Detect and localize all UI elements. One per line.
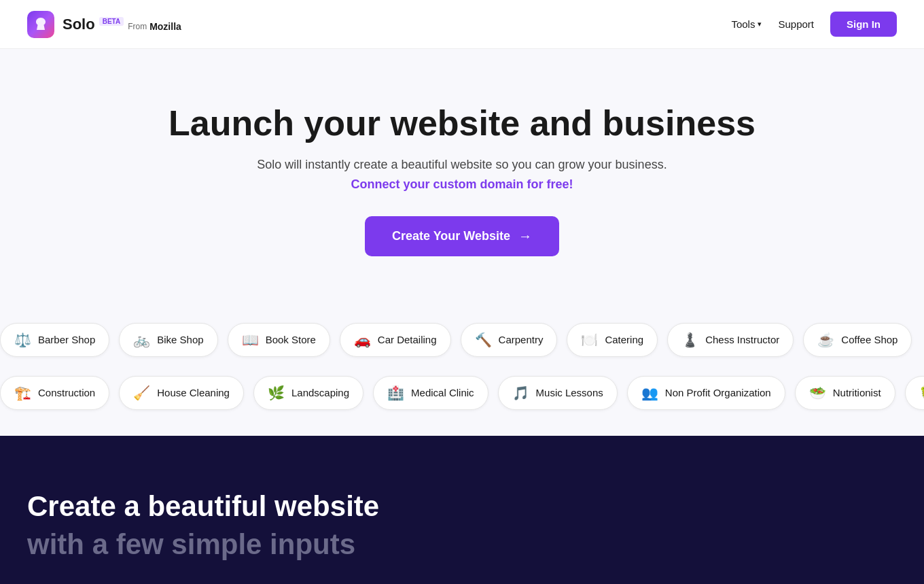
hero-title: Launch your website and business bbox=[168, 103, 756, 144]
chess-instructor-label: Chess Instructor bbox=[705, 334, 779, 345]
chevron-down-icon: ▾ bbox=[758, 20, 762, 29]
music-lessons-label: Music Lessons bbox=[536, 387, 603, 398]
category-pill-coffee-shop[interactable]: ☕ Coffee Shop bbox=[803, 323, 912, 357]
non-profit-label: Non Profit Organization bbox=[665, 387, 771, 398]
medical-clinic-icon: 🏥 bbox=[387, 385, 404, 401]
barber-shop-icon: ⚖️ bbox=[14, 332, 31, 348]
bike-shop-icon: 🚲 bbox=[133, 332, 150, 348]
category-pill-pest-control[interactable]: 🐛 Pest Control bbox=[905, 376, 924, 410]
category-pill-book-store[interactable]: 📖 Book Store bbox=[228, 323, 330, 357]
car-detailing-label: Car Detailing bbox=[378, 334, 437, 345]
catering-label: Catering bbox=[605, 334, 643, 345]
arrow-right-icon: → bbox=[518, 228, 532, 244]
logo-area: Solo BETA From Mozilla bbox=[27, 11, 181, 38]
book-store-label: Book Store bbox=[266, 334, 316, 345]
support-link[interactable]: Support bbox=[778, 18, 814, 30]
barber-shop-label: Barber Shop bbox=[38, 334, 95, 345]
nutritionist-icon: 🥗 bbox=[809, 385, 826, 401]
music-lessons-icon: 🎵 bbox=[512, 385, 529, 401]
hero-section: Launch your website and business Solo wi… bbox=[0, 49, 924, 297]
navbar: Solo BETA From Mozilla Tools ▾ Support S… bbox=[0, 0, 924, 49]
category-pill-music-lessons[interactable]: 🎵 Music Lessons bbox=[498, 376, 618, 410]
signin-button[interactable]: Sign In bbox=[830, 12, 897, 37]
house-cleaning-label: House Cleaning bbox=[157, 387, 230, 398]
nutritionist-label: Nutritionist bbox=[833, 387, 881, 398]
category-pill-catering[interactable]: 🍽️ Catering bbox=[567, 323, 658, 357]
bike-shop-label: Bike Shop bbox=[157, 334, 203, 345]
dark-title: Create a beautiful website bbox=[27, 490, 897, 523]
carpentry-label: Carpentry bbox=[499, 334, 544, 345]
category-pill-chess-instructor[interactable]: ♟️ Chess Instructor bbox=[667, 323, 794, 357]
carpentry-icon: 🔨 bbox=[475, 332, 492, 348]
landscaping-label: Landscaping bbox=[291, 387, 349, 398]
logo-name: Solo bbox=[63, 17, 95, 32]
non-profit-icon: 👥 bbox=[641, 385, 658, 401]
category-pill-car-detailing[interactable]: 🚗 Car Detailing bbox=[340, 323, 451, 357]
create-website-button[interactable]: Create Your Website → bbox=[365, 216, 559, 256]
category-pill-bike-shop[interactable]: 🚲 Bike Shop bbox=[119, 323, 217, 357]
coffee-shop-icon: ☕ bbox=[817, 332, 834, 348]
beta-badge: BETA bbox=[99, 17, 124, 26]
construction-icon: 🏗️ bbox=[14, 385, 31, 401]
landscaping-icon: 🌿 bbox=[268, 385, 285, 401]
house-cleaning-icon: 🧹 bbox=[133, 385, 150, 401]
categories-row-1: ⚖️ Barber Shop 🚲 Bike Shop 📖 Book Store … bbox=[0, 317, 924, 362]
book-store-icon: 📖 bbox=[242, 332, 259, 348]
category-pill-landscaping[interactable]: 🌿 Landscaping bbox=[253, 376, 363, 410]
logo-from: From Mozilla bbox=[128, 21, 181, 32]
hero-subtitle: Solo will instantly create a beautiful w… bbox=[257, 158, 667, 172]
category-pill-medical-clinic[interactable]: 🏥 Medical Clinic bbox=[373, 376, 488, 410]
pest-control-icon: 🐛 bbox=[919, 385, 924, 401]
chess-instructor-icon: ♟️ bbox=[681, 332, 698, 348]
categories-row-2: 🏗️ Construction 🧹 House Cleaning 🌿 Lands… bbox=[0, 371, 924, 415]
car-detailing-icon: 🚗 bbox=[354, 332, 371, 348]
medical-clinic-label: Medical Clinic bbox=[411, 387, 474, 398]
category-pill-carpentry[interactable]: 🔨 Carpentry bbox=[461, 323, 558, 357]
categories-section: ⚖️ Barber Shop 🚲 Bike Shop 📖 Book Store … bbox=[0, 297, 924, 436]
coffee-shop-label: Coffee Shop bbox=[841, 334, 898, 345]
construction-label: Construction bbox=[38, 387, 95, 398]
category-pill-construction[interactable]: 🏗️ Construction bbox=[0, 376, 109, 410]
logo-icon bbox=[27, 11, 54, 38]
category-pill-barber-shop[interactable]: ⚖️ Barber Shop bbox=[0, 323, 109, 357]
dark-section: Create a beautiful website with a few si… bbox=[0, 436, 924, 584]
nav-right: Tools ▾ Support Sign In bbox=[731, 12, 897, 37]
category-pill-house-cleaning[interactable]: 🧹 House Cleaning bbox=[119, 376, 244, 410]
dark-subtitle: with a few simple inputs bbox=[27, 528, 897, 561]
catering-icon: 🍽️ bbox=[581, 332, 598, 348]
category-pill-non-profit[interactable]: 👥 Non Profit Organization bbox=[627, 376, 785, 410]
mozilla-label: Mozilla bbox=[149, 21, 181, 32]
category-pill-nutritionist[interactable]: 🥗 Nutritionist bbox=[795, 376, 895, 410]
tools-menu[interactable]: Tools ▾ bbox=[731, 18, 762, 30]
hero-domain-link[interactable]: Connect your custom domain for free! bbox=[351, 177, 573, 192]
